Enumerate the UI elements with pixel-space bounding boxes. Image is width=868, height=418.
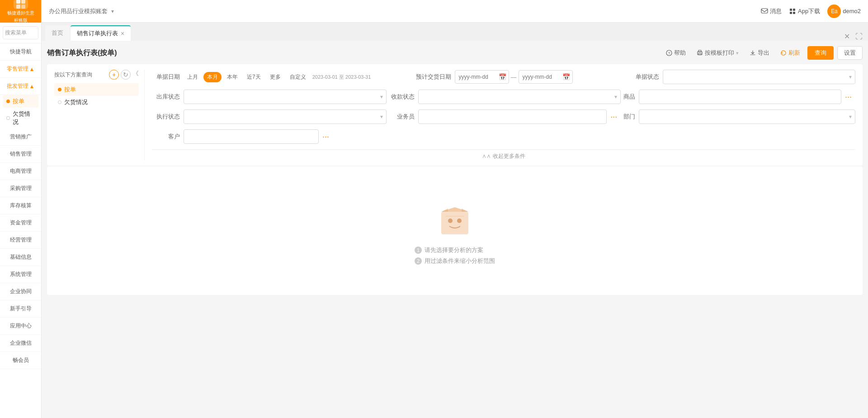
tab-window-controls: ✕ ⛶ xyxy=(842,32,864,41)
scheme-item-order[interactable]: 按单 xyxy=(54,83,139,96)
exec-status-select[interactable] xyxy=(184,109,387,124)
logo-icon xyxy=(14,0,28,9)
print-dropdown-icon[interactable]: ▾ xyxy=(736,50,739,56)
scheme-label-order: 按单 xyxy=(64,86,76,94)
filter-payment-status-item: 收款状态 ▾ xyxy=(387,90,621,104)
delivery-status-select[interactable] xyxy=(184,90,387,104)
filter-scheme-section: 按以下方案查询 + ↻ 《 按单 欠货情况 xyxy=(54,70,145,160)
tabbar: 首页 销售订单执行表 × ✕ ⛶ xyxy=(42,23,868,41)
topbar-message-btn[interactable]: 消息 xyxy=(761,7,782,15)
sidebar-item-inventory[interactable]: 库存核算 xyxy=(0,197,41,214)
refresh-scheme-icon[interactable]: ↻ xyxy=(121,70,131,80)
date-tab-more[interactable]: 更多 xyxy=(266,72,284,82)
svg-rect-0 xyxy=(16,0,20,4)
salesperson-control xyxy=(418,109,607,124)
order-status-select[interactable] xyxy=(663,70,855,84)
help-btn[interactable]: ? 帮助 xyxy=(662,47,689,59)
exec-status-control: ▾ xyxy=(184,109,387,124)
department-select[interactable] xyxy=(639,109,855,124)
date-label: 单据日期 xyxy=(152,73,184,81)
tab-home[interactable]: 首页 xyxy=(45,25,70,41)
date-tab-group: 上月 本月 本年 近7天 更多 自定义 xyxy=(184,72,310,82)
sidebar-item-ecommerce[interactable]: 电商管理 xyxy=(0,163,41,180)
tab-close-icon[interactable]: × xyxy=(121,30,124,37)
sidebar-item-enterprise[interactable]: 企业协同 xyxy=(0,283,41,300)
date-tab-custom[interactable]: 自定义 xyxy=(286,72,310,82)
sidebar-item-basic[interactable]: 基础信息 xyxy=(0,249,41,266)
sidebar-sub-order[interactable]: 按单 xyxy=(3,95,38,108)
goods-input[interactable] xyxy=(639,90,841,104)
delivery-status-control: ▾ xyxy=(184,90,387,104)
date-tab-thismonth[interactable]: 本月 xyxy=(203,72,222,82)
sidebar-item-quick[interactable]: 快捷导航 xyxy=(0,43,41,61)
print-icon xyxy=(697,50,703,56)
query-btn[interactable]: 查询 xyxy=(807,46,834,60)
payment-status-select[interactable] xyxy=(418,90,621,104)
customer-more-icon[interactable]: ··· xyxy=(319,132,333,142)
scheme-item-debt[interactable]: 欠货情况 xyxy=(54,96,139,109)
date-tab-lastmonth[interactable]: 上月 xyxy=(184,72,202,82)
filter-row-4: 客户 ··· xyxy=(152,129,855,144)
sub-order-label: 按单 xyxy=(13,97,24,105)
expected-date-end-calendar-icon: 📅 xyxy=(562,73,570,81)
sidebar-item-retail[interactable]: 零售管理 ▲ xyxy=(0,61,41,78)
sidebar-item-purchase[interactable]: 采购管理 xyxy=(0,180,41,197)
avatar-text: Ea xyxy=(831,8,838,14)
collapse-scheme-icon[interactable]: 《 xyxy=(132,70,139,80)
customer-input[interactable] xyxy=(184,129,319,144)
svg-rect-1 xyxy=(21,0,25,4)
svg-rect-6 xyxy=(793,9,795,11)
sub-debt-label: 欠货情况 xyxy=(13,110,35,126)
salesperson-input[interactable] xyxy=(418,109,607,124)
app-logo[interactable]: 畅捷通好生意 标账版 xyxy=(0,0,41,23)
sidebar-search-section: 搜索菜单 xyxy=(0,23,41,43)
sidebar-item-wholesale[interactable]: 批发管理 ▲ xyxy=(0,78,41,95)
salesperson-more-icon[interactable]: ··· xyxy=(607,112,621,122)
delivery-status-label: 出库状态 xyxy=(152,93,184,101)
topbar-left: 办公用品行业模拟账套 ▾ xyxy=(49,7,114,15)
empty-svg xyxy=(432,194,477,239)
svg-text:?: ? xyxy=(668,51,670,56)
settings-btn[interactable]: 设置 xyxy=(837,46,863,60)
expected-date-range: 📅 — 📅 xyxy=(455,70,573,84)
topbar-dropdown-arrow[interactable]: ▾ xyxy=(111,8,114,14)
sidebar-item-member[interactable]: 畅会员 xyxy=(0,352,41,369)
export-btn[interactable]: 导出 xyxy=(746,47,773,59)
page-header: 销售订单执行表(按单) ? 帮助 按模板打印 ▾ xyxy=(47,46,863,60)
svg-rect-7 xyxy=(790,12,792,14)
tab-close-window-icon[interactable]: ✕ xyxy=(842,32,852,41)
sidebar-item-sales[interactable]: 销售管理 xyxy=(0,146,41,163)
date-tab-thisyear[interactable]: 本年 xyxy=(223,72,241,82)
sidebar-item-operations[interactable]: 经营管理 xyxy=(0,232,41,249)
filter-customer-item: 客户 ··· xyxy=(152,129,333,144)
sidebar-search-button[interactable]: 搜索菜单 xyxy=(3,26,38,39)
sidebar-item-finance[interactable]: 资金管理 xyxy=(0,214,41,232)
payment-status-label: 收款状态 xyxy=(387,93,418,101)
tab-sales-exec[interactable]: 销售订单执行表 × xyxy=(71,25,131,41)
app-download-label: App下载 xyxy=(798,7,820,15)
sidebar-sub-debt[interactable]: 欠货情况 xyxy=(3,108,38,128)
collapse-more-btn[interactable]: ∧∧ 收起更多条件 xyxy=(478,149,528,163)
refresh-btn[interactable]: 刷新 xyxy=(777,47,804,59)
message-label: 消息 xyxy=(770,7,782,15)
tab-maximize-icon[interactable]: ⛶ xyxy=(854,33,864,41)
user-name: demo2 xyxy=(843,8,861,14)
payment-status-control: ▾ xyxy=(418,90,621,104)
topbar-title: 办公用品行业模拟账套 xyxy=(49,7,108,15)
sidebar-item-system[interactable]: 系统管理 xyxy=(0,266,41,283)
goods-more-icon[interactable]: ··· xyxy=(841,92,855,102)
svg-point-15 xyxy=(448,218,453,223)
topbar-app-download-btn[interactable]: App下载 xyxy=(789,7,820,15)
sidebar-item-newbie[interactable]: 新手引导 xyxy=(0,300,41,318)
content-area: 销售订单执行表(按单) ? 帮助 按模板打印 ▾ xyxy=(42,41,868,418)
sidebar-item-marketing[interactable]: 营销推广 xyxy=(0,128,41,146)
filter-row-1: 单据日期 上月 本月 本年 近7天 更多 自定义 2023-03-01 至 20… xyxy=(152,70,855,84)
sidebar-item-wechat[interactable]: 企业微信 xyxy=(0,335,41,352)
sidebar-item-apps[interactable]: 应用中心 xyxy=(0,318,41,335)
department-label: 部门 xyxy=(621,113,639,121)
add-scheme-icon[interactable]: + xyxy=(109,70,119,80)
topbar-user[interactable]: Ea demo2 xyxy=(827,5,861,18)
svg-point-16 xyxy=(457,218,462,223)
date-tab-7days[interactable]: 近7天 xyxy=(243,72,264,82)
print-btn[interactable]: 按模板打印 ▾ xyxy=(693,47,742,59)
